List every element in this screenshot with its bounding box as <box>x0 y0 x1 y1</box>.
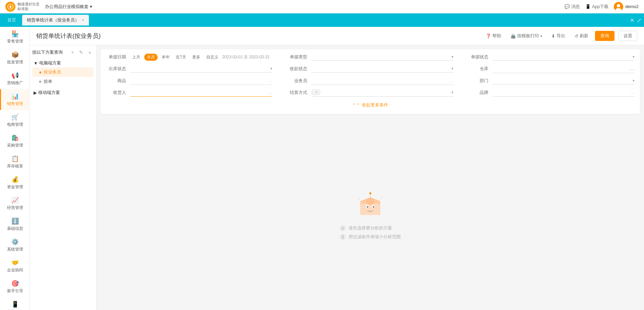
help-button[interactable]: ❓ 帮助 <box>483 32 504 40</box>
top-header: 畅捷通好生意 标准版 办公用品行业模拟账套 ▾ 💬 消息 📱 App下载 dem… <box>0 0 644 13</box>
help-icon: ❓ <box>486 34 491 39</box>
sidebar-item-retail[interactable]: 🏪 零售管理 <box>0 27 29 48</box>
sidebar-item-newbie[interactable]: 🎯 新手引导 <box>0 276 29 297</box>
goods-dots-icon[interactable]: … <box>268 78 272 83</box>
date-shortcut-custom[interactable]: 自定义 <box>204 54 220 61</box>
sidebar-item-ecommerce[interactable]: 🛒 电商管理 <box>0 110 29 131</box>
scheme-edit-button[interactable]: ✎ <box>77 49 85 56</box>
sidebar-item-label: 营销推广 <box>7 80 23 86</box>
scheme-collapse-button[interactable]: « <box>86 49 94 56</box>
goods-label: 商品 <box>106 78 126 84</box>
collapse-button[interactable]: ⌃⌃ 收起更多条件 <box>106 100 635 110</box>
date-shortcut-this-year[interactable]: 本年 <box>160 54 172 61</box>
sidebar-item-label: 电商管理 <box>7 122 23 127</box>
empty-illustration: ✦ ✦ <box>355 189 385 220</box>
app-download-icon: 📱 <box>585 4 591 9</box>
date-shortcut-last7[interactable]: 近7天 <box>174 54 188 61</box>
staff-dots-icon[interactable]: … <box>449 78 453 83</box>
doc-status-arrow-icon: ▾ <box>633 55 635 59</box>
app-selector[interactable]: 办公用品行业模拟账套 ▾ <box>42 2 95 11</box>
scheme-item-label: 按单 <box>44 79 52 85</box>
filter-row-2: 出库状态 ▾ 收款状态 ▾ 仓库 <box>106 64 635 73</box>
filter-row-3: 商品 … 业务员 … 部门 <box>106 76 635 85</box>
sidebar-item-label: 销售管理 <box>7 101 23 107</box>
help-label: 帮助 <box>492 33 501 39</box>
content-with-scheme: 按以下方案查询 ＋ ✎ « <box>30 45 644 310</box>
settlement-arrow-icon: ▾ <box>451 90 453 95</box>
print-button[interactable]: 🖨️ 按模板打印 ▾ <box>508 32 545 40</box>
query-button[interactable]: 查询 <box>595 31 614 41</box>
desktop-group-label: 电脑端方案 <box>39 60 61 66</box>
sidebar-item-purchase[interactable]: 🛍️ 采购管理 <box>0 131 29 152</box>
scheme-actions: ＋ ✎ « <box>69 49 94 56</box>
brand-dropdown[interactable]: … <box>492 88 635 97</box>
scheme-item-by-staff[interactable]: ● 按业务员 <box>32 67 94 77</box>
sidebar-item-sales[interactable]: 📊 销售管理 <box>0 89 29 110</box>
settlement-tag-close-icon[interactable]: × <box>315 90 317 94</box>
mobile-group-label: 移动端方案 <box>38 90 60 96</box>
page-actions: ❓ 帮助 🖨️ 按模板打印 ▾ ⬇ 导出 ↺ 刷新 查询 设置 <box>483 31 637 41</box>
brand-label: 品牌 <box>468 90 488 96</box>
sidebar-item-label: 采购管理 <box>7 143 23 148</box>
doc-status-dropdown[interactable]: ▾ <box>492 53 635 61</box>
tab-close-icon[interactable]: × <box>82 18 84 22</box>
add-icon: ＋ <box>70 49 75 55</box>
right-content: 单据日期 上月 本月 本年 近7天 更多 自定义 2023-03-01 至 20… <box>97 45 644 310</box>
doc-type-dropdown[interactable]: ▾ <box>311 53 453 61</box>
empty-state: ✦ ✦ 1 请先选择要分析的方案 2 用过滤条件来缩小分析范围 <box>97 118 644 310</box>
tab-bar-close-icon[interactable]: ✕ <box>630 17 634 23</box>
consignee-input[interactable] <box>130 90 266 95</box>
doc-type-arrow-icon: ▾ <box>451 55 453 59</box>
staff-dropdown[interactable]: … <box>311 76 453 85</box>
consignee-dots-icon[interactable]: … <box>268 90 272 95</box>
filter-panel: 单据日期 上月 本月 本年 近7天 更多 自定义 2023-03-01 至 20… <box>101 49 640 114</box>
date-shortcut-this-month[interactable]: 本月 <box>144 54 158 61</box>
sidebar-item-enterprise[interactable]: 🤝 企业协同 <box>0 256 29 276</box>
scheme-group-mobile-title[interactable]: ▶ 移动端方案 <box>32 88 94 97</box>
payment-status-dropdown[interactable]: ▾ <box>311 65 453 72</box>
scheme-order-icon: ≡ <box>39 79 42 84</box>
refresh-label: 刷新 <box>580 33 588 39</box>
tab-home[interactable]: 首页 <box>3 15 21 25</box>
scheme-item-by-order[interactable]: ≡ 按单 <box>32 77 94 86</box>
tab-bar-expand-icon[interactable]: ⤢ <box>637 17 641 23</box>
out-status-label: 出库状态 <box>106 66 126 72</box>
sidebar-item-finance[interactable]: 💰 资金管理 <box>0 172 29 193</box>
scheme-group-desktop-title[interactable]: ▼ 电脑端方案 <box>32 59 94 67</box>
hint-num-1: 1 <box>340 225 346 231</box>
app-download-button[interactable]: 📱 App下载 <box>585 4 608 10</box>
refresh-button[interactable]: ↺ 刷新 <box>572 32 591 40</box>
print-label: 按模板打印 <box>517 33 539 39</box>
sidebar-item-basic[interactable]: ℹ️ 基础信息 <box>0 214 29 235</box>
operation-icon: 📈 <box>11 197 19 204</box>
goods-dropdown[interactable]: … <box>130 76 272 85</box>
message-button[interactable]: 💬 消息 <box>565 4 580 10</box>
date-shortcut-more[interactable]: 更多 <box>190 54 202 61</box>
empty-hint-1: 1 请先选择要分析的方案 <box>340 225 401 231</box>
sidebar-item-system[interactable]: ⚙️ 系统管理 <box>0 235 29 256</box>
sidebar-item-label: 批发管理 <box>7 59 23 65</box>
sidebar-item-appcenter[interactable]: 📱 应用中心 <box>0 297 29 310</box>
settlement-dropdown[interactable]: × ▾ <box>311 88 453 97</box>
tab-sales-stat[interactable]: 销货单统计表（按业务员） × <box>22 15 89 25</box>
svg-point-10 <box>367 206 369 208</box>
logo-text: 畅捷通好生意 标准版 <box>17 2 40 11</box>
sidebar-item-marketing[interactable]: 📢 营销推广 <box>0 68 29 89</box>
brand-dots-icon[interactable]: … <box>630 90 635 95</box>
date-shortcut-last-month[interactable]: 上月 <box>130 54 142 61</box>
settings-button[interactable]: 设置 <box>619 31 637 41</box>
scheme-add-button[interactable]: ＋ <box>69 49 76 56</box>
dept-dropdown[interactable]: ▾ <box>492 77 635 85</box>
sidebar-item-label: 企业协同 <box>7 267 23 273</box>
sidebar-item-operation[interactable]: 📈 经营管理 <box>0 193 29 214</box>
content-area: 销货单统计表(按业务员) ❓ 帮助 🖨️ 按模板打印 ▾ ⬇ 导出 ↺ 刷新 <box>30 27 644 310</box>
tab-bar: 首页 销货单统计表（按业务员） × ✕ ⤢ <box>0 13 644 27</box>
warehouse-dropdown[interactable]: … <box>492 64 635 73</box>
sidebar-item-wholesale[interactable]: 📦 批发管理 <box>0 48 29 68</box>
out-status-dropdown[interactable]: ▾ <box>130 65 272 72</box>
message-label: 消息 <box>571 4 580 10</box>
export-button[interactable]: ⬇ 导出 <box>549 32 568 40</box>
sales-icon: 📊 <box>11 93 19 100</box>
user-area[interactable]: demo2 <box>614 2 639 11</box>
sidebar-item-inventory[interactable]: 📋 库存核算 <box>0 152 29 172</box>
